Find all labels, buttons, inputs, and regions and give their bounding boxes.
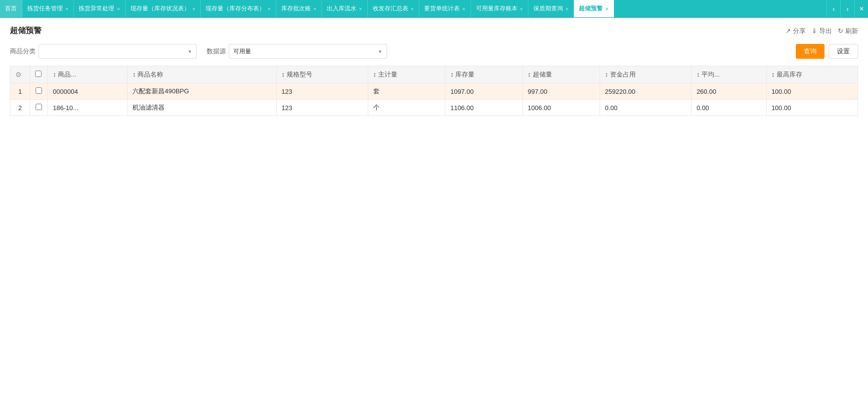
datasource-chevron-icon: ▼	[378, 49, 383, 54]
nav-tab-close[interactable]: ×	[520, 6, 523, 12]
top-nav: 首页拣货任务管理×拣货异常处理×现存量（库存状况表）×现存量（库存分布表）×库存…	[0, 0, 868, 18]
nav-tab-label: 现存量（库存分布表）	[206, 4, 265, 13]
share-icon: ↗	[785, 27, 791, 35]
row-max-stock: 100.00	[766, 100, 858, 116]
query-btn[interactable]: 查询	[796, 44, 825, 59]
row-avg-price: 260.00	[692, 83, 766, 100]
row-checkbox[interactable]	[36, 104, 42, 110]
nav-tab-7[interactable]: 收发存汇总表×	[368, 0, 419, 18]
row-stock: 1106.00	[445, 100, 522, 116]
col-avg-price: ↕ 平均...	[692, 66, 766, 83]
filter-action-btns: 查询 设置	[796, 44, 858, 59]
category-chevron-icon: ▼	[187, 49, 192, 54]
export-icon: ⇓	[812, 27, 817, 35]
col-product-name: ↕ 商品名称	[128, 66, 276, 83]
nav-tab-1[interactable]: 拣货任务管理×	[22, 0, 74, 18]
refresh-btn[interactable]: ↻ 刷新	[838, 27, 858, 36]
select-all-checkbox[interactable]	[35, 71, 42, 77]
nav-prev-btn[interactable]: ‹	[826, 0, 840, 18]
nav-tab-close[interactable]: ×	[359, 6, 362, 12]
category-select[interactable]: ▼	[39, 44, 197, 59]
nav-tab-4[interactable]: 现存量（库存分布表）×	[201, 0, 276, 18]
row-checkbox-cell	[30, 100, 48, 116]
datasource-filter: 数据源 可用量 ▼	[207, 44, 387, 59]
header-actions: ↗ 分享 ⇓ 导出 ↻ 刷新	[785, 27, 858, 36]
row-unit: 个	[368, 100, 445, 116]
row-capital: 0.00	[600, 100, 691, 116]
row-num: 2	[10, 100, 30, 116]
nav-tab-close[interactable]: ×	[565, 6, 568, 12]
nav-tab-label: 出入库流水	[327, 4, 356, 13]
nav-tab-close[interactable]: ×	[605, 6, 608, 12]
nav-tab-close[interactable]: ×	[411, 6, 414, 12]
row-max-stock: 100.00	[766, 83, 858, 100]
col-stock: ↕ 库存量	[445, 66, 522, 83]
table-row: 2 186-10... 机油滤清器 123 个 1106.00 1006.00 …	[10, 100, 858, 116]
nav-tab-label: 首页	[5, 4, 17, 13]
nav-tab-2[interactable]: 拣货异常处理×	[74, 0, 125, 18]
row-spec: 123	[276, 100, 368, 116]
nav-tab-0[interactable]: 首页	[0, 0, 22, 18]
filter-bar: 商品分类 ▼ 数据源 可用量 ▼ 查询 设置	[10, 44, 858, 59]
row-avg-price: 0.00	[692, 100, 766, 116]
row-stock: 1097.00	[445, 83, 522, 100]
nav-tab-close[interactable]: ×	[462, 6, 465, 12]
category-label: 商品分类	[10, 47, 36, 56]
col-spec: ↕ 规格型号	[276, 66, 368, 83]
nav-tab-label: 库存批次账	[281, 4, 311, 13]
row-product-name: 六配套新昌490BPG	[128, 83, 276, 100]
nav-tab-close[interactable]: ×	[267, 6, 270, 12]
nav-tab-label: 保质期查询	[533, 4, 563, 13]
row-spec: 123	[276, 83, 368, 100]
row-product-name: 机油滤清器	[128, 100, 276, 116]
nav-tab-close[interactable]: ×	[117, 6, 120, 12]
nav-tab-10[interactable]: 保质期查询×	[528, 0, 574, 18]
nav-tab-label: 超储预警	[579, 4, 603, 13]
nav-close-btn[interactable]: ✕	[854, 0, 868, 18]
share-btn[interactable]: ↗ 分享	[785, 27, 806, 36]
nav-tab-3[interactable]: 现存量（库存状况表）×	[126, 0, 201, 18]
row-checkbox-cell	[30, 83, 48, 100]
page-title: 超储预警	[10, 26, 42, 36]
data-table: ⚙ ↕ 商品... ↕ 商品名称 ↕ 规格型号 ↕ 主计量 ↕	[10, 66, 858, 116]
col-capital: ↕ 资金占用	[600, 66, 691, 83]
col-product-code: ↕ 商品...	[48, 66, 128, 83]
row-checkbox[interactable]	[36, 87, 42, 94]
nav-next-btn[interactable]: ›	[840, 0, 854, 18]
row-overstock: 997.00	[522, 83, 600, 100]
nav-tab-label: 要货单统计表	[424, 4, 460, 13]
export-btn[interactable]: ⇓ 导出	[812, 27, 832, 36]
col-unit: ↕ 主计量	[368, 66, 445, 83]
nav-tab-label: 拣货异常处理	[79, 4, 114, 13]
nav-tab-5[interactable]: 库存批次账×	[276, 0, 322, 18]
datasource-label: 数据源	[207, 47, 226, 56]
col-settings: ⚙	[10, 66, 30, 83]
nav-tab-6[interactable]: 出入库流水×	[322, 0, 367, 18]
nav-tab-11[interactable]: 超储预警×	[574, 0, 613, 18]
settings-btn[interactable]: 设置	[828, 44, 858, 59]
table-header-row: ⚙ ↕ 商品... ↕ 商品名称 ↕ 规格型号 ↕ 主计量 ↕	[10, 66, 858, 83]
settings-gear-icon[interactable]: ⚙	[15, 71, 22, 79]
nav-tab-close[interactable]: ×	[313, 6, 316, 12]
row-overstock: 1006.00	[522, 100, 600, 116]
row-unit: 套	[368, 83, 445, 100]
col-checkbox-header	[30, 66, 48, 83]
nav-tab-label: 拣货任务管理	[27, 4, 63, 13]
page-header: 超储预警 ↗ 分享 ⇓ 导出 ↻ 刷新	[10, 26, 858, 36]
nav-tab-9[interactable]: 可用量库存账本×	[471, 0, 528, 18]
nav-tab-8[interactable]: 要货单统计表×	[419, 0, 471, 18]
nav-tab-close[interactable]: ×	[65, 6, 68, 12]
nav-tab-close[interactable]: ×	[192, 6, 195, 12]
category-filter: 商品分类 ▼	[10, 44, 197, 59]
nav-arrows: ‹ › ✕	[826, 0, 868, 18]
col-max-stock: ↕ 最高库存	[766, 66, 858, 83]
nav-tab-label: 收发存汇总表	[373, 4, 408, 13]
refresh-icon: ↻	[838, 27, 843, 35]
row-num: 1	[10, 83, 30, 100]
row-capital: 259220.00	[600, 83, 691, 100]
nav-tab-label: 现存量（库存状况表）	[130, 4, 190, 13]
datasource-select[interactable]: 可用量 ▼	[229, 44, 387, 59]
nav-tab-label: 可用量库存账本	[476, 4, 518, 13]
row-product-code: 186-10...	[48, 100, 128, 116]
col-overstock: ↕ 超储量	[522, 66, 600, 83]
